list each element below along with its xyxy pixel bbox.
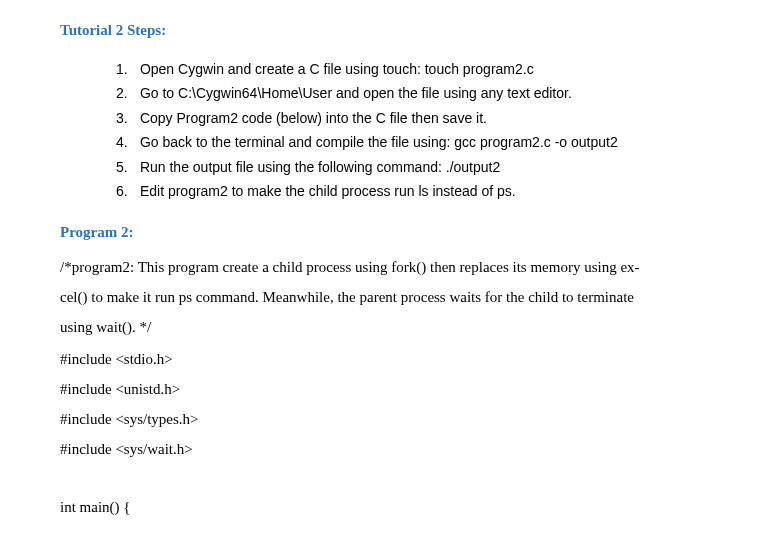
- step-item: 1. Open Cygwin and create a C file using…: [116, 57, 720, 82]
- step-text: Go to C:\Cygwin64\Home\User and open the…: [140, 85, 572, 101]
- step-number: 5.: [116, 155, 136, 180]
- step-item: 4. Go back to the terminal and compile t…: [116, 130, 720, 155]
- include-line: #include <unistd.h>: [60, 374, 720, 404]
- step-item: 5. Run the output file using the followi…: [116, 155, 720, 180]
- program-description-line: /*program2: This program create a child …: [60, 252, 720, 282]
- step-number: 2.: [116, 81, 136, 106]
- steps-list: 1. Open Cygwin and create a C file using…: [60, 57, 720, 204]
- include-line: #include <stdio.h>: [60, 344, 720, 374]
- step-item: 6. Edit program2 to make the child proce…: [116, 179, 720, 204]
- program-description-line: cel() to make it run ps command. Meanwhi…: [60, 282, 720, 312]
- step-text: Open Cygwin and create a C file using to…: [140, 61, 534, 77]
- includes-block: #include <stdio.h> #include <unistd.h> #…: [60, 344, 720, 464]
- tutorial-steps-heading: Tutorial 2 Steps:: [60, 16, 720, 45]
- step-number: 1.: [116, 57, 136, 82]
- step-text: Run the output file using the following …: [140, 159, 500, 175]
- step-number: 4.: [116, 130, 136, 155]
- main-function-line: int main() {: [60, 492, 720, 522]
- step-text: Edit program2 to make the child process …: [140, 183, 516, 199]
- program-description-line: using wait(). */: [60, 312, 720, 342]
- step-number: 6.: [116, 179, 136, 204]
- include-line: #include <sys/types.h>: [60, 404, 720, 434]
- program-heading: Program 2:: [60, 218, 720, 247]
- include-line: #include <sys/wait.h>: [60, 434, 720, 464]
- step-text: Copy Program2 code (below) into the C fi…: [140, 110, 487, 126]
- step-number: 3.: [116, 106, 136, 131]
- step-text: Go back to the terminal and compile the …: [140, 134, 618, 150]
- step-item: 3. Copy Program2 code (below) into the C…: [116, 106, 720, 131]
- step-item: 2. Go to C:\Cygwin64\Home\User and open …: [116, 81, 720, 106]
